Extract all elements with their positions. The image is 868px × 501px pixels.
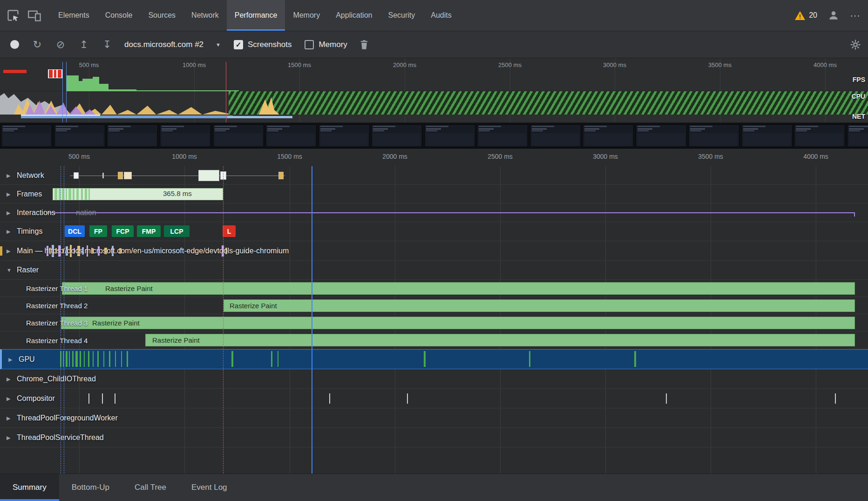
track-rasterizer-thread-4[interactable]: Rasterize Paint Rasterizer Thread 4 <box>0 332 868 349</box>
capture-settings-gear-icon[interactable] <box>850 40 861 50</box>
timing-marker-badge[interactable]: FMP <box>137 225 161 237</box>
timing-marker-badge[interactable]: DCL <box>65 225 85 237</box>
frame-duration-bar[interactable]: 365.8 ms <box>53 188 223 200</box>
overview-window-marker[interactable] <box>66 62 67 122</box>
device-toolbar-icon[interactable] <box>28 9 42 21</box>
screenshot-thumbnail[interactable] <box>160 124 211 147</box>
overview-window-marker-left[interactable] <box>62 62 63 122</box>
track-rasterizer-thread-1[interactable]: Rasterize Paint Rasterizer Thread 1 <box>0 280 868 297</box>
screenshot-thumbnail[interactable] <box>107 124 158 147</box>
playhead-line[interactable] <box>312 166 312 474</box>
gpu-activity-tick <box>84 351 85 367</box>
panel-tab[interactable]: Security <box>380 0 423 31</box>
track-compositor[interactable]: ▶ Compositor <box>0 389 868 408</box>
disclosure-arrow-icon[interactable]: ▶ <box>7 376 10 382</box>
details-tab[interactable]: Summary <box>0 474 59 501</box>
track-network[interactable]: ▶ Network <box>0 166 868 185</box>
panel-tab[interactable]: Performance <box>227 0 285 31</box>
screenshot-thumbnail[interactable] <box>688 124 739 147</box>
recording-select[interactable]: docs.microsoft.com #2 ▼ <box>124 40 221 49</box>
screenshot-thumbnail[interactable] <box>636 124 687 147</box>
details-tab[interactable]: Bottom-Up <box>59 474 122 501</box>
timing-marker-badge[interactable]: LCP <box>164 225 190 237</box>
timing-marker-badge[interactable]: L <box>223 225 236 237</box>
timing-marker-badge[interactable]: FCP <box>112 225 134 237</box>
disclosure-arrow-icon[interactable]: ▶ <box>8 356 12 362</box>
screenshot-thumbnail[interactable] <box>54 124 105 147</box>
screenshot-thumbnail[interactable] <box>847 124 868 147</box>
reload-and-record-icon[interactable]: ↻ <box>26 40 49 50</box>
clear-recording-icon[interactable]: ⊘ <box>49 40 72 50</box>
track-rasterizer-thread-2[interactable]: Rasterize Paint Rasterizer Thread 2 <box>0 297 868 314</box>
track-gpu[interactable]: ▶ GPU <box>0 349 868 369</box>
screenshot-thumbnail[interactable] <box>530 124 581 147</box>
screenshot-thumbnail[interactable] <box>319 124 370 147</box>
details-tab[interactable]: Event Log <box>179 474 240 501</box>
timeline-overview[interactable]: 500 ms1000 ms1500 ms2000 ms2500 ms3000 m… <box>0 58 868 123</box>
screenshot-thumbnail[interactable] <box>583 124 634 147</box>
network-request-bar[interactable] <box>278 172 284 179</box>
track-threadpool-foreground-worker[interactable]: ▶ ThreadPoolForegroundWorker <box>0 408 868 428</box>
screenshot-thumbnail[interactable] <box>213 124 264 147</box>
rasterize-paint-bar[interactable]: Rasterize Paint <box>145 334 855 346</box>
rasterize-paint-bar[interactable]: Rasterize Paint <box>62 282 855 295</box>
panel-tab[interactable]: Memory <box>285 0 328 31</box>
interaction-span-line[interactable] <box>47 212 855 213</box>
disclosure-arrow-icon[interactable]: ▶ <box>7 229 10 235</box>
track-timings[interactable]: DCLFPFCPFMPLCPL ▶ Timings <box>0 222 868 241</box>
screenshots-checkbox[interactable]: ✓ <box>234 40 243 49</box>
track-label: Rasterizer Thread 4 <box>26 336 88 344</box>
panel-tab[interactable]: Application <box>328 0 380 31</box>
disclosure-arrow-icon[interactable]: ▶ <box>7 210 10 216</box>
panel-tab[interactable]: Sources <box>140 0 183 31</box>
load-profile-icon[interactable]: ↥ <box>72 40 95 50</box>
screenshot-filmstrip[interactable] <box>0 123 868 149</box>
network-request-bar[interactable] <box>198 170 219 181</box>
delete-recording-icon[interactable] <box>359 40 369 50</box>
screenshot-thumbnail[interactable] <box>424 124 475 147</box>
issues-warning-badge[interactable]: 20 <box>794 11 817 20</box>
memory-checkbox-group[interactable]: Memory <box>305 40 347 49</box>
screenshot-thumbnail[interactable] <box>265 124 317 147</box>
panel-tab[interactable]: Elements <box>50 0 97 31</box>
panel-tab[interactable]: Audits <box>423 0 459 31</box>
inspect-element-icon[interactable] <box>7 9 20 22</box>
network-request-bar[interactable] <box>118 172 123 179</box>
network-request-bar[interactable] <box>124 172 132 179</box>
screenshot-thumbnail[interactable] <box>741 124 793 147</box>
track-child-io-thread[interactable]: ▶ Chrome_ChildIOThread <box>0 369 868 389</box>
ruler-label: 2000 ms <box>382 153 407 160</box>
disclosure-arrow-icon[interactable]: ▶ <box>7 395 10 401</box>
panel-tab[interactable]: Console <box>97 0 141 31</box>
disclosure-arrow-icon[interactable]: ▶ <box>7 191 10 197</box>
rasterize-paint-bar[interactable]: Rasterize Paint <box>224 299 855 312</box>
track-rasterizer-thread-3[interactable]: Rasterize Paint Rasterizer Thread 3 <box>0 314 868 332</box>
devtools-window: ElementsConsoleSourcesNetworkPerformance… <box>0 0 868 501</box>
track-raster[interactable]: ▼ Raster <box>0 261 868 280</box>
panel-tab[interactable]: Network <box>183 0 227 31</box>
screenshots-checkbox-group[interactable]: ✓ Screenshots <box>234 40 292 49</box>
disclosure-arrow-icon[interactable]: ▶ <box>7 434 10 440</box>
disclosure-arrow-icon[interactable]: ▶ <box>7 248 10 254</box>
rasterize-paint-bar[interactable]: Rasterize Paint <box>61 317 855 329</box>
save-profile-icon[interactable]: ↧ <box>95 40 119 50</box>
screenshot-thumbnail[interactable] <box>1 124 52 147</box>
record-button[interactable] <box>10 40 19 49</box>
track-interactions[interactable]: ▶ Interactions nation <box>0 203 868 222</box>
screenshot-thumbnail[interactable] <box>477 124 528 147</box>
track-frames[interactable]: 365.8 ms ▶ Frames <box>0 185 868 203</box>
track-main-thread[interactable]: ▶ Main — https://docs.microsoft.com/en-u… <box>0 241 868 261</box>
timing-marker-badge[interactable]: FP <box>89 225 107 237</box>
disclosure-arrow-icon[interactable]: ▶ <box>7 415 10 421</box>
network-request-bar[interactable] <box>102 173 104 178</box>
screenshot-thumbnail[interactable] <box>794 124 845 147</box>
track-threadpool-service-thread[interactable]: ▶ ThreadPoolServiceThread <box>0 428 868 447</box>
disclosure-arrow-icon[interactable]: ▶ <box>7 172 10 178</box>
disclosure-arrow-icon[interactable]: ▼ <box>7 267 12 273</box>
screenshot-thumbnail[interactable] <box>371 124 422 147</box>
network-request-bar[interactable] <box>74 172 79 179</box>
user-icon[interactable] <box>827 9 840 21</box>
details-tab[interactable]: Call Tree <box>122 474 179 501</box>
memory-checkbox[interactable] <box>305 40 314 49</box>
more-options-icon[interactable]: ⋯ <box>850 10 861 21</box>
